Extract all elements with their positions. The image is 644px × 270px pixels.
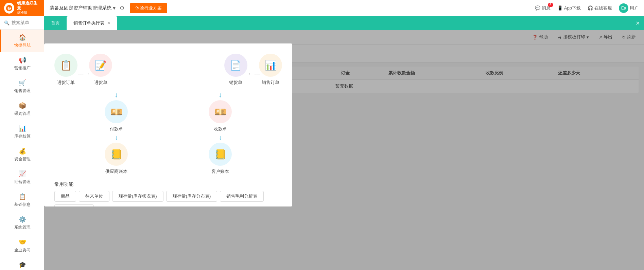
logo-icon: 畅 [4, 3, 14, 14]
func-btn-partner[interactable]: 往来单位 [79, 191, 109, 202]
supplier-ledger-circle: 📒 [105, 143, 128, 166]
svg-text:畅: 畅 [7, 6, 11, 10]
message-btn[interactable]: 💬 消息 6 [535, 5, 551, 11]
logo-sub: 标准版 [17, 11, 40, 15]
finance-icon: 💰 [19, 147, 26, 155]
receipt-bill-label: 收款单 [214, 126, 227, 132]
message-badge: 6 [548, 3, 553, 7]
app-download-label: App下载 [564, 5, 581, 11]
newbie-icon: 🎓 [19, 261, 26, 269]
sales-bill-label: 销货单 [229, 79, 242, 86]
sidebar-item-purchase[interactable]: 📦 采购管理 [0, 98, 44, 121]
func-section: 常用功能 商品 往来单位 现存量(库存状况表) 现存量(库存分布表) 销售毛利分… [54, 181, 282, 206]
sidebar-item-marketing[interactable]: 📢 营销推广 [0, 52, 44, 75]
sidebar-label-quick-nav: 快捷导航 [14, 42, 31, 48]
flow-node-payment-bill[interactable]: 💴 付款单 [105, 100, 128, 132]
sidebar-label-inventory: 库存核算 [14, 133, 31, 139]
flow-node-receipt-bill[interactable]: 💴 收款单 [209, 100, 232, 132]
payment-bill-circle: 💴 [105, 100, 128, 123]
dropdown-icon[interactable]: ▾ [113, 5, 116, 11]
logo-text: 畅康通好生意 [17, 1, 40, 11]
flow-node-purchase-bill[interactable]: 📝 进货单 [89, 54, 112, 86]
sidebar-label-marketing: 营销推广 [14, 65, 31, 71]
purchase-bill-label: 进货单 [94, 79, 107, 86]
user-label: 用户 [630, 5, 639, 11]
tab-home-label: 首页 [51, 20, 60, 26]
sidebar-item-inventory[interactable]: 📊 库存核算 [0, 121, 44, 143]
inventory-icon: 📊 [19, 125, 26, 132]
flow-node-supplier-ledger[interactable]: 📒 供应商账本 [105, 143, 128, 175]
func-btn-stock-dist[interactable]: 现存量(库存分布表) [166, 191, 217, 202]
func-btn-stock-status[interactable]: 现存量(库存状况表) [112, 191, 163, 202]
arrow-down-customer: ↓ [209, 133, 232, 141]
func-btn-product[interactable]: 商品 [54, 191, 76, 202]
tab-bar-close-icon[interactable]: ✕ [636, 20, 640, 26]
sidebar: 🔍 搜索菜单 🏠 快捷导航 📢 营销推广 🛒 销售管理 📦 采购管理 📊 库存核… [0, 16, 44, 270]
sales-icon: 🛒 [19, 79, 26, 87]
arrow-h2: ← - - - [247, 62, 259, 86]
tab-close-icon[interactable]: ✕ [107, 21, 110, 25]
logo-area: 畅 畅康通好生意 标准版 [0, 0, 44, 16]
sidebar-label-operation: 经营管理 [14, 179, 31, 185]
customer-ledger-label: 客户账本 [211, 168, 229, 175]
sidebar-item-finance[interactable]: 💰 资金管理 [0, 143, 44, 166]
func-buttons: 商品 往来单位 现存量(库存状况表) 现存量(库存分布表) 销售毛利分析表 商品… [54, 191, 282, 206]
online-service-btn[interactable]: 🎧 在线客服 [588, 5, 612, 11]
app-download-btn[interactable]: 📱 App下载 [557, 5, 581, 11]
flow-node-sales-bill[interactable]: 📄 销货单 [224, 54, 247, 86]
gear-icon[interactable]: ⚙ [120, 5, 124, 11]
flow-node-sales-order[interactable]: 📊 销售订单 [259, 54, 282, 86]
purchase-order-label: 进货订单 [57, 79, 75, 86]
arrow-down-supplier: ↓ [105, 133, 128, 141]
tab-sales-order-exec[interactable]: 销售订单执行表 ✕ [67, 16, 117, 30]
tab-bar: 首页 销售订单执行表 ✕ ✕ [44, 16, 644, 30]
search-menu[interactable]: 🔍 搜索菜单 [0, 16, 44, 30]
sidebar-item-quick-nav[interactable]: 🏠 快捷导航 [0, 30, 44, 52]
basic-icon: 📋 [19, 193, 26, 200]
sales-order-label: 销售订单 [262, 79, 279, 86]
content-area: ❓ 帮助 🖨 按模板打印 ▾ ↗ 导出 ↻ 刷新 📅 单据状态 全 [44, 30, 644, 270]
marketing-icon: 📢 [19, 56, 26, 64]
sidebar-label-system: 系统管理 [14, 224, 31, 230]
func-btn-sales-profit[interactable]: 销售毛利分析表 [220, 191, 264, 202]
system-icon: ⚙️ [19, 216, 26, 223]
receipt-bill-circle: 💴 [209, 100, 232, 123]
online-service-label: 在线客服 [594, 5, 612, 11]
exp-btn[interactable]: 体验行业方案 [130, 3, 167, 13]
sidebar-item-enterprise[interactable]: 🤝 企业协同 [0, 234, 44, 257]
search-menu-label: 搜索菜单 [12, 20, 29, 26]
sidebar-item-basic[interactable]: 📋 基础信息 [0, 189, 44, 212]
sidebar-item-newbie[interactable]: 🎓 新手引导 [0, 257, 44, 270]
flow-node-customer-ledger[interactable]: 📒 客户账本 [209, 143, 232, 175]
search-icon: 🔍 [4, 20, 10, 25]
sales-bill-circle: 📄 [224, 54, 247, 77]
arrow-down-receipt: ↓ [209, 91, 232, 99]
sidebar-label-finance: 资金管理 [14, 156, 31, 162]
sidebar-item-system[interactable]: ⚙️ 系统管理 [0, 212, 44, 234]
system-title: 装备及固定资产辅助管理系统 [50, 5, 111, 11]
home-icon: 🏠 [19, 34, 26, 41]
func-btn-product-profit[interactable]: 商品毛利分析 [54, 204, 94, 206]
operation-icon: 📈 [19, 170, 26, 178]
arrow-down-payment: ↓ [105, 91, 128, 99]
service-icon: 🎧 [588, 5, 593, 11]
download-icon: 📱 [557, 5, 563, 11]
user-area[interactable]: Ea 用户 [619, 3, 639, 13]
main-area: 首页 销售订单执行表 ✕ ✕ ❓ 帮助 🖨 按模板打印 ▾ ↗ 导出 [44, 16, 644, 270]
purchase-bill-circle: 📝 [89, 54, 112, 77]
purchase-order-circle: 📋 [54, 54, 77, 77]
sidebar-item-sales[interactable]: 🛒 销售管理 [0, 75, 44, 98]
sidebar-label-sales: 销售管理 [14, 88, 31, 94]
payment-bill-label: 付款单 [110, 126, 123, 132]
sidebar-item-operation[interactable]: 📈 经营管理 [0, 166, 44, 189]
popup-overlay[interactable]: 📋 进货订单 - - - → 📝 进货单 [44, 30, 644, 270]
tab-sales-order-exec-label: 销售订单执行表 [73, 20, 104, 26]
enterprise-icon: 🤝 [19, 238, 26, 246]
flow-node-purchase-order[interactable]: 📋 进货订单 [54, 54, 77, 86]
tab-home[interactable]: 首页 [44, 16, 67, 30]
customer-ledger-circle: 📒 [209, 143, 232, 166]
sidebar-label-enterprise: 企业协同 [14, 247, 31, 253]
supplier-ledger-label: 供应商账本 [105, 168, 127, 175]
sidebar-label-basic: 基础信息 [14, 202, 31, 208]
sales-order-circle: 📊 [259, 54, 282, 77]
